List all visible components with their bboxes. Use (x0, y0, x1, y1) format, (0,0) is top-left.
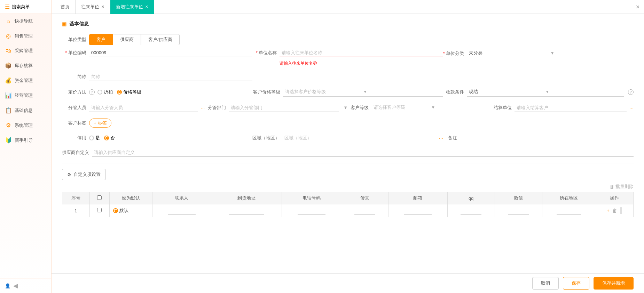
sidebar-item-operations[interactable]: 📊 经营管理 (0, 88, 51, 103)
tab-new-partner[interactable]: 新增往来单位 ✕ (110, 0, 154, 14)
table-wrapper: 🗑 批量删除 序号 设为默认 联系人 到货地址 电话号码 传真 邮箱 qq (62, 184, 634, 217)
cell-wechat (495, 204, 542, 217)
set-default-radio[interactable]: 默认 (113, 207, 149, 214)
payment-terms-help-icon[interactable]: ? (628, 89, 634, 95)
supplier-custom-input[interactable] (92, 148, 634, 157)
cell-default: 默认 (110, 204, 152, 217)
sidebar-item-guide[interactable]: 🔰 新手引导 (0, 133, 51, 148)
settings-gear-icon: ⚙ (67, 172, 71, 177)
manager-more-icon[interactable]: ··· (201, 105, 205, 111)
payment-terms-group: 收款条件 现结 ▼ ? (443, 87, 634, 97)
remark-input[interactable] (460, 134, 634, 142)
customer-price-level-select[interactable]: 请选择客户价格等级 ▼ (283, 87, 443, 97)
address-input[interactable] (229, 206, 264, 215)
cell-seq: 1 (62, 204, 90, 217)
cell-address (211, 204, 282, 217)
purchase-icon: 🛍 (5, 48, 12, 54)
sidebar-item-basic-info[interactable]: 📋 基础信息 (0, 103, 51, 118)
unit-type-customer-button[interactable]: 客户 (89, 34, 113, 45)
default-radio-circle (113, 208, 118, 213)
sidebar-item-system[interactable]: ⚙ 系统管理 (0, 118, 51, 133)
manager-label: 分管人员 (62, 105, 86, 111)
cancel-button[interactable]: 取消 (532, 277, 559, 290)
cell-checkbox (89, 204, 109, 217)
sidebar-item-inventory[interactable]: 📦 库存核算 (0, 58, 51, 73)
wechat-input[interactable] (508, 206, 529, 215)
payment-terms-chevron: ▼ (545, 89, 622, 94)
divider (62, 163, 634, 163)
operations-icon: 📊 (5, 92, 12, 99)
unit-name-label: 单位名称 (252, 50, 277, 56)
tab-home[interactable]: 首页 (55, 0, 76, 14)
add-row-button[interactable]: + (607, 208, 610, 213)
settlement-more-icon[interactable]: ··· (629, 105, 634, 111)
manager-input[interactable] (89, 104, 198, 112)
dept-group: 分管部门 ▼ (205, 104, 348, 112)
dept-input[interactable] (229, 104, 339, 112)
unit-category-select[interactable]: 未分类 ▼ (467, 49, 634, 58)
pricing-help-icon[interactable]: ? (89, 89, 95, 95)
disabled-yes[interactable]: 是 (89, 135, 100, 141)
batch-delete-button[interactable]: 🗑 批量删除 (610, 184, 634, 190)
pricing-radio-grade[interactable]: 价格等级 (117, 89, 141, 95)
custom-settings-label: 自定义项设置 (73, 171, 101, 178)
unit-code-input[interactable] (89, 49, 252, 57)
sidebar-item-quick-nav[interactable]: ⌂ 快捷导航 (0, 14, 51, 29)
contact-input[interactable] (168, 206, 196, 215)
unit-name-input[interactable] (280, 49, 443, 57)
col-wechat: 微信 (495, 192, 542, 204)
tab-new-partner-close[interactable]: ✕ (145, 5, 148, 9)
customer-price-level-placeholder: 请选择客户价格等级 (285, 89, 363, 95)
yes-label: 是 (95, 135, 100, 141)
save-new-button[interactable]: 保存并新增 (594, 277, 634, 290)
add-tag-button[interactable]: + 标签 (89, 119, 111, 128)
sidebar-item-sales[interactable]: ◎ 销售管理 (0, 29, 51, 43)
sidebar-collapse-icon[interactable]: ◀ (13, 282, 18, 290)
delete-row-button[interactable]: 🗑 (612, 208, 617, 213)
custom-settings-button[interactable]: ⚙ 自定义项设置 (62, 169, 106, 180)
pricing-method-group: 定价方法 ? 折扣 价格等级 (62, 89, 252, 95)
sidebar-item-label: 快捷导航 (15, 18, 33, 24)
settlement-unit-input[interactable] (515, 104, 627, 112)
cell-email (388, 204, 448, 217)
disabled-radio-group: 是 否 (89, 135, 115, 141)
phone-input[interactable] (298, 206, 325, 215)
short-name-group: 简称 (62, 73, 252, 81)
disabled-group: 停用 是 否 (62, 135, 252, 141)
tab-partners-close[interactable]: ✕ (101, 5, 104, 9)
tab-partners[interactable]: 往来单位 ✕ (76, 0, 110, 14)
customer-level-select[interactable]: 请选择客户等级 ▼ (371, 103, 491, 112)
short-name-input[interactable] (89, 73, 252, 81)
unit-type-supplier-button[interactable]: 供应商 (113, 34, 141, 45)
contacts-table: 序号 设为默认 联系人 到货地址 电话号码 传真 邮箱 qq 微信 所在地区 操… (62, 192, 634, 217)
email-input[interactable] (404, 206, 432, 215)
close-all-tabs-button[interactable]: ✕ (636, 4, 640, 10)
row-checkbox[interactable] (97, 208, 102, 212)
payment-terms-select[interactable]: 现结 ▼ (467, 87, 624, 97)
pricing-radio-discount[interactable]: 折扣 (97, 89, 113, 95)
sidebar-item-purchase[interactable]: 🛍 采购管理 (0, 43, 51, 58)
cell-fax (341, 204, 388, 217)
finance-icon: 💰 (5, 77, 12, 84)
fax-input[interactable] (354, 206, 375, 215)
sidebar: ☰ 搜索菜单 ⌂ 快捷导航 ◎ 销售管理 🛍 采购管理 📦 库存核算 💰 资金管… (0, 0, 52, 293)
unit-type-label: 单位类型 (62, 36, 86, 43)
region-table-input[interactable] (557, 206, 581, 215)
batch-delete-icon: 🗑 (610, 184, 614, 189)
table-select-all[interactable] (97, 195, 102, 200)
short-name-label: 简称 (62, 74, 86, 80)
region-more-icon[interactable]: ··· (439, 135, 443, 141)
sidebar-bottom: 👤 ◀ (0, 278, 51, 293)
payment-terms-label: 收款条件 (443, 89, 464, 95)
disabled-no[interactable]: 否 (104, 135, 115, 141)
drag-handle[interactable] (620, 207, 622, 214)
save-button[interactable]: 保存 (563, 277, 589, 290)
unit-type-both-button[interactable]: 客户/供应商 (141, 34, 180, 45)
region-input[interactable] (282, 134, 436, 142)
sidebar-search[interactable]: ☰ 搜索菜单 (0, 0, 51, 14)
settlement-unit-label: 结算单位 (491, 105, 512, 111)
unit-code-label: 单位编码 (62, 50, 86, 56)
col-contact: 联系人 (152, 192, 211, 204)
sidebar-item-finance[interactable]: 💰 资金管理 (0, 73, 51, 88)
qq-input[interactable] (461, 206, 481, 215)
